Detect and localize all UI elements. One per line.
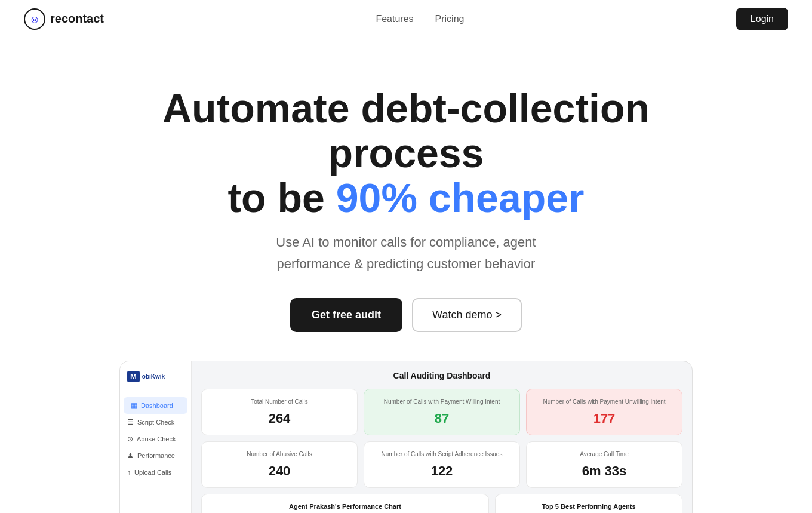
logo-icon: ◎ bbox=[24, 8, 45, 30]
dashboard-sidebar: M obiKwik ▦ Dashboard ☰ Script Check ⊙ A… bbox=[120, 361, 192, 513]
card-abusive-label: Number of Abusive Calls bbox=[211, 450, 347, 459]
card-script-issues: Number of Calls with Script Adherence Is… bbox=[364, 441, 520, 488]
card-avg-time-label: Average Call Time bbox=[536, 450, 672, 459]
card-avg-call-time: Average Call Time 6m 33s bbox=[526, 441, 682, 488]
sidebar-item-script-check[interactable]: ☰ Script Check bbox=[120, 414, 191, 431]
hero-subtitle: Use AI to monitor calls for compliance, … bbox=[215, 232, 597, 274]
sidebar-upload-label: Upload Calls bbox=[134, 469, 171, 476]
agents-title: Top 5 Best Performing Agents bbox=[505, 503, 672, 510]
script-check-icon: ☰ bbox=[127, 418, 134, 426]
sidebar-dashboard-label: Dashboard bbox=[141, 402, 173, 409]
sidebar-item-dashboard[interactable]: ▦ Dashboard bbox=[124, 397, 187, 414]
card-script-value: 122 bbox=[374, 463, 510, 479]
logo-text: recontact bbox=[50, 12, 104, 26]
card-abusive-calls: Number of Abusive Calls 240 bbox=[201, 441, 358, 488]
nav-features[interactable]: Features bbox=[376, 14, 413, 24]
dashboard-preview: M obiKwik ▦ Dashboard ☰ Script Check ⊙ A… bbox=[119, 361, 693, 513]
hero-title-line1: Automate debt-collection process bbox=[162, 85, 650, 176]
hero-subtitle-line2: performance & predicting customer behavi… bbox=[277, 256, 536, 271]
brand-m: M bbox=[127, 371, 140, 382]
hero-title-highlight: 90% cheaper bbox=[336, 175, 585, 220]
bottom-row: Agent Prakash's Performance Chart 10 Top… bbox=[201, 494, 682, 513]
card-abusive-value: 240 bbox=[211, 463, 347, 479]
card-avg-time-value: 6m 33s bbox=[536, 463, 672, 479]
card-script-label: Number of Calls with Script Adherence Is… bbox=[374, 450, 510, 459]
brand-name: obiKwik bbox=[142, 373, 165, 380]
watch-demo-button[interactable]: Watch demo > bbox=[412, 298, 522, 332]
hero-title-line2-prefix: to be bbox=[227, 175, 336, 220]
get-free-audit-button[interactable]: Get free audit bbox=[290, 298, 402, 332]
logo-link[interactable]: ◎ recontact bbox=[24, 8, 104, 30]
sidebar-item-performance[interactable]: ♟ Performance bbox=[120, 447, 191, 464]
dashboard-icon: ▦ bbox=[131, 401, 137, 410]
upload-icon: ↑ bbox=[127, 468, 131, 477]
nav-links: Features Pricing bbox=[376, 14, 464, 24]
mobikwik-brand: M obiKwik bbox=[120, 371, 191, 392]
card-payment-willing-label: Number of Calls with Payment Willing Int… bbox=[374, 398, 510, 406]
performance-icon: ♟ bbox=[127, 451, 134, 460]
nav-pricing[interactable]: Pricing bbox=[435, 14, 465, 24]
hero-title: Automate debt-collection process to be 9… bbox=[137, 86, 675, 220]
cards-row-2: Number of Abusive Calls 240 Number of Ca… bbox=[201, 441, 682, 488]
chart-title: Agent Prakash's Performance Chart bbox=[211, 503, 479, 510]
card-payment-unwilling-value: 177 bbox=[536, 411, 672, 426]
hero-cta-group: Get free audit Watch demo > bbox=[24, 298, 788, 332]
sidebar-performance-label: Performance bbox=[137, 452, 175, 459]
sidebar-abuse-label: Abuse Check bbox=[137, 435, 176, 443]
cards-row-1: Total Number of Calls 264 Number of Call… bbox=[201, 389, 682, 435]
sidebar-item-abuse-check[interactable]: ⊙ Abuse Check bbox=[120, 431, 191, 447]
abuse-check-icon: ⊙ bbox=[127, 435, 133, 443]
card-total-calls-value: 264 bbox=[211, 411, 347, 426]
card-payment-unwilling-label: Number of Calls with Payment Unwilling I… bbox=[536, 398, 672, 406]
card-total-calls: Total Number of Calls 264 bbox=[201, 389, 358, 435]
navbar: ◎ recontact Features Pricing Login bbox=[0, 0, 812, 38]
sidebar-script-label: Script Check bbox=[137, 419, 174, 426]
top-agents-card: Top 5 Best Performing Agents Agent Name … bbox=[495, 494, 682, 513]
dashboard-main: Call Auditing Dashboard Total Number of … bbox=[192, 361, 692, 513]
hero-section: Automate debt-collection process to be 9… bbox=[0, 38, 812, 513]
card-total-calls-label: Total Number of Calls bbox=[211, 398, 347, 406]
card-payment-unwilling: Number of Calls with Payment Unwilling I… bbox=[526, 389, 682, 435]
performance-chart-card: Agent Prakash's Performance Chart 10 bbox=[201, 494, 489, 513]
sidebar-item-upload-calls[interactable]: ↑ Upload Calls bbox=[120, 464, 191, 481]
card-payment-willing: Number of Calls with Payment Willing Int… bbox=[364, 389, 520, 435]
login-button[interactable]: Login bbox=[736, 8, 788, 30]
hero-subtitle-line1: Use AI to monitor calls for compliance, … bbox=[276, 235, 536, 250]
dashboard-title: Call Auditing Dashboard bbox=[201, 371, 682, 380]
card-payment-willing-value: 87 bbox=[374, 411, 510, 426]
